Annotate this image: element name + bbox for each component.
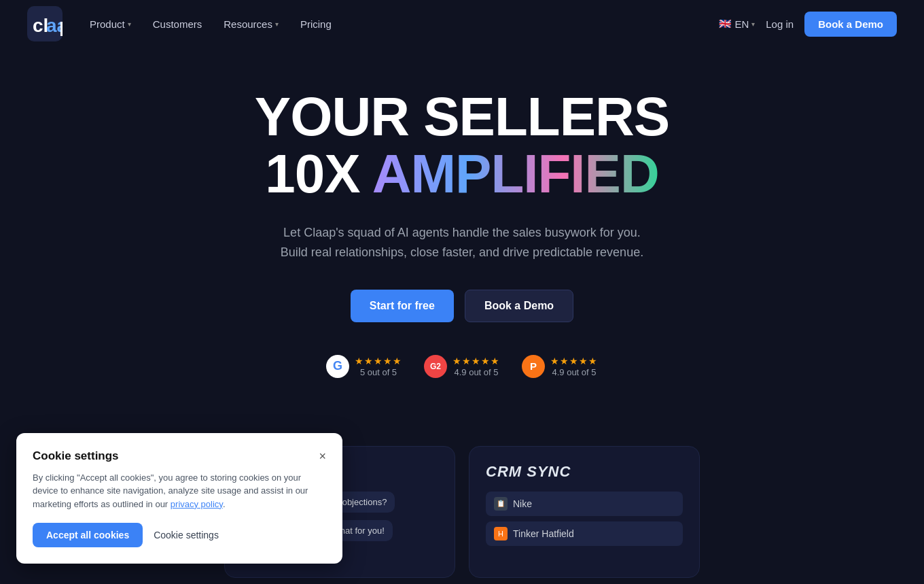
book-demo-nav-button[interactable]: Book a Demo [804, 12, 897, 37]
producthunt-badge: P [522, 355, 545, 378]
crm-icon-nike: 📋 [494, 497, 508, 511]
ratings-row: G ★★★★★ 5 out of 5 G2 ★★★★★ 4.9 out of 5… [14, 355, 910, 378]
start-free-button[interactable]: Start for free [351, 290, 454, 322]
cookie-title: Cookie settings [33, 449, 119, 463]
nav-pricing[interactable]: Pricing [300, 18, 332, 30]
nav-links: Product ▾ Customers Resources ▾ Pricing [90, 18, 719, 30]
cookie-body: By clicking "Accept all cookies", you ag… [33, 471, 326, 511]
svg-text:p: p [59, 15, 63, 36]
navbar: cl aa p Product ▾ Customers Resources ▾ … [0, 0, 924, 48]
chevron-down-icon: ▾ [128, 20, 131, 28]
flag-icon: 🇬🇧 [719, 18, 732, 30]
book-demo-hero-button[interactable]: Book a Demo [465, 290, 573, 322]
privacy-policy-link[interactable]: privacy policy [171, 499, 223, 509]
language-selector[interactable]: 🇬🇧 EN ▾ [719, 18, 755, 30]
hero-section: YOUR SELLERS 10X AMPLIFIED Let Claap's s… [0, 48, 924, 446]
hero-buttons: Start for free Book a Demo [14, 290, 910, 322]
login-button[interactable]: Log in [766, 18, 794, 30]
cookie-header: Cookie settings × [33, 449, 326, 463]
rating-producthunt: P ★★★★★ 4.9 out of 5 [522, 355, 598, 378]
cookie-banner: Cookie settings × By clicking "Accept al… [16, 433, 342, 564]
crm-item-tinker: H Tinker Hatfield [486, 521, 683, 546]
cookie-actions: Accept all cookies Cookie settings [33, 523, 326, 547]
crm-icon-hubspot: H [494, 527, 508, 540]
accept-cookies-button[interactable]: Accept all cookies [33, 523, 143, 547]
google-badge: G [326, 355, 349, 378]
cookie-close-button[interactable]: × [319, 450, 326, 462]
nav-product[interactable]: Product ▾ [90, 18, 131, 30]
cookie-settings-button[interactable]: Cookie settings [154, 530, 219, 540]
g2-badge: G2 [424, 355, 447, 378]
nav-customers[interactable]: Customers [153, 18, 202, 30]
rating-google: G ★★★★★ 5 out of 5 [326, 355, 402, 378]
hero-title: YOUR SELLERS 10X AMPLIFIED [14, 88, 910, 203]
chevron-down-icon-resources: ▾ [275, 20, 279, 28]
chevron-down-icon-lang: ▾ [751, 20, 755, 28]
crm-item-nike: 📋 Nike [486, 492, 683, 516]
crm-sync-card: CRM SYNC 📋 Nike H Tinker Hatfield [469, 446, 700, 578]
nav-resources[interactable]: Resources ▾ [224, 18, 279, 30]
nav-right: 🇬🇧 EN ▾ Log in Book a Demo [719, 12, 897, 37]
logo[interactable]: cl aa p [27, 6, 63, 41]
rating-g2: G2 ★★★★★ 4.9 out of 5 [424, 355, 500, 378]
hero-subtitle: Let Claap's squad of AI agents handle th… [14, 223, 910, 262]
